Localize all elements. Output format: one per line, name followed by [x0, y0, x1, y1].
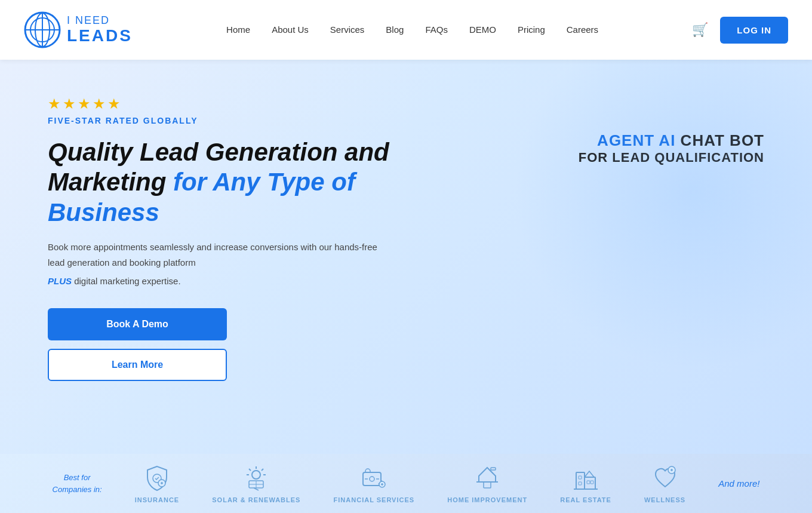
industry-real-estate: REAL ESTATE: [560, 464, 611, 503]
nav-item-services[interactable]: Services: [330, 24, 365, 35]
bottom-strip: Best for Companies in: INSURANCE SOLAR &…: [0, 454, 812, 513]
learn-more-button[interactable]: Learn More: [48, 349, 227, 381]
hero-description: Book more appointments seamlessly and in…: [48, 239, 394, 270]
home-improvement-label: HOME IMPROVEMENT: [447, 496, 527, 503]
nav-item-careers[interactable]: Careers: [567, 24, 598, 35]
nav-link-careers[interactable]: Careers: [567, 24, 598, 35]
nav-item-blog[interactable]: Blog: [386, 24, 404, 35]
nav-item-demo[interactable]: DEMO: [469, 24, 496, 35]
hero-plus-line: PLUS digital marketing expertise.: [48, 274, 394, 289]
star-rating: ★★★★★: [48, 96, 394, 112]
svg-rect-27: [579, 476, 582, 479]
wellness-icon: [651, 464, 679, 493]
hero-left: ★★★★★ FIVE-STAR RATED GLOBALLY Quality L…: [48, 96, 394, 381]
nav-link-services[interactable]: Services: [330, 24, 365, 35]
best-for-label: Best for Companies in:: [53, 472, 102, 495]
home-improvement-icon: [473, 464, 502, 493]
industry-insurance: INSURANCE: [135, 464, 179, 503]
nav-link-blog[interactable]: Blog: [386, 24, 404, 35]
wellness-label: WELLNESS: [644, 496, 685, 503]
hero-buttons: Book A Demo Learn More: [48, 308, 394, 381]
logo-leads: LEADS: [67, 27, 133, 45]
nav-link-demo[interactable]: DEMO: [469, 24, 496, 35]
industry-home-improvement: HOME IMPROVEMENT: [447, 464, 527, 503]
svg-point-7: [252, 471, 260, 479]
insurance-label: INSURANCE: [135, 496, 179, 503]
nav-item-home[interactable]: Home: [226, 24, 250, 35]
real-estate-label: REAL ESTATE: [560, 496, 611, 503]
logo-text: I NEED LEADS: [67, 15, 133, 45]
plus-desc: digital marketing expertise.: [72, 276, 181, 286]
book-demo-button[interactable]: Book A Demo: [48, 308, 227, 340]
real-estate-icon: [571, 464, 600, 493]
agent-ai-label: AGENT AI: [597, 131, 675, 149]
logo-icon: [24, 11, 61, 48]
logo-i-need: I NEED: [67, 15, 133, 27]
chat-bot-label: CHAT BOT: [675, 131, 764, 149]
main-nav: I NEED LEADS Home About Us Services Blog…: [0, 0, 812, 60]
hero-right: AGENT AI CHAT BOT FOR LEAD QUALIFICATION: [561, 96, 764, 165]
svg-line-11: [249, 469, 251, 471]
insurance-icon: [143, 464, 171, 493]
nav-item-about[interactable]: About Us: [272, 24, 309, 35]
nav-link-faqs[interactable]: FAQs: [425, 24, 448, 35]
svg-rect-30: [590, 481, 593, 484]
nav-right: 🛒 LOG IN: [692, 17, 788, 44]
financial-label: FINANCIAL SERVICES: [334, 496, 415, 503]
solar-label: SOLAR & RENEWABLES: [212, 496, 300, 503]
svg-rect-28: [579, 482, 582, 485]
svg-rect-29: [587, 481, 590, 484]
hero-section: ★★★★★ FIVE-STAR RATED GLOBALLY Quality L…: [0, 60, 812, 454]
industry-financial: FINANCIAL SERVICES: [334, 464, 415, 503]
svg-rect-22: [484, 482, 491, 488]
cart-icon[interactable]: 🛒: [692, 22, 708, 38]
and-more-label: And more!: [718, 478, 759, 489]
nav-link-about[interactable]: About Us: [272, 24, 309, 35]
plus-label: PLUS: [48, 276, 72, 286]
industry-wellness: WELLNESS: [644, 464, 685, 503]
nav-item-pricing[interactable]: Pricing: [518, 24, 545, 35]
five-star-label: FIVE-STAR RATED GLOBALLY: [48, 116, 394, 125]
financial-icon: [359, 464, 388, 493]
nav-link-home[interactable]: Home: [226, 24, 250, 35]
svg-rect-24: [491, 468, 496, 470]
nav-item-faqs[interactable]: FAQs: [425, 24, 448, 35]
solar-icon: [242, 464, 270, 493]
svg-point-18: [370, 477, 374, 481]
agent-ai-heading: AGENT AI CHAT BOT: [579, 131, 764, 150]
nav-link-pricing[interactable]: Pricing: [518, 24, 545, 35]
login-button[interactable]: LOG IN: [720, 17, 788, 44]
nav-links: Home About Us Services Blog FAQs DEMO Pr…: [226, 24, 598, 35]
agent-ai-box: AGENT AI CHAT BOT FOR LEAD QUALIFICATION: [579, 131, 764, 165]
svg-rect-25: [576, 472, 585, 489]
for-lead-label: FOR LEAD QUALIFICATION: [579, 150, 764, 165]
logo[interactable]: I NEED LEADS: [24, 11, 133, 48]
hero-heading: Quality Lead Generation and Marketing fo…: [48, 137, 394, 228]
svg-line-9: [262, 469, 263, 471]
industry-solar: SOLAR & RENEWABLES: [212, 464, 300, 503]
